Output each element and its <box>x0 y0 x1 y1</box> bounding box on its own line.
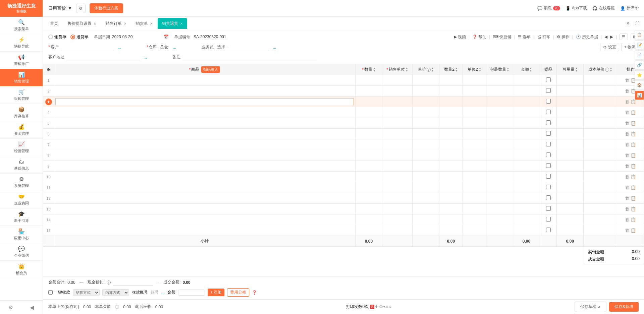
cost-price-info-icon[interactable]: i <box>605 68 609 72</box>
row-delete-icon-11[interactable]: 🗑 <box>625 185 629 190</box>
row-delete-icon-6[interactable]: 🗑 <box>625 131 629 136</box>
sidebar-item-enterprise[interactable]: 🤝企业协同 <box>0 191 43 208</box>
save-draft-btn[interactable]: 保存草稿 ∧ <box>575 302 606 312</box>
unit-price-info-icon[interactable]: i <box>427 68 431 72</box>
gift-checkbox-15[interactable] <box>546 228 551 232</box>
warehouse-dots-btn[interactable]: ... <box>173 45 176 50</box>
sidebar-collapse-btn[interactable]: ◀ <box>21 301 43 314</box>
gift-checkbox-4[interactable] <box>546 110 551 114</box>
available-sort-icon[interactable]: ▲▼ <box>575 67 578 72</box>
gift-checkbox-2[interactable] <box>546 88 551 93</box>
row-copy-icon-4[interactable]: 📋 <box>631 110 636 115</box>
gift-checkbox-3[interactable] <box>546 99 551 104</box>
tab-sale-return[interactable]: 销货退货✕ <box>158 18 187 29</box>
add-payment-btn[interactable]: + 添加 <box>208 289 224 296</box>
row-delete-icon-3[interactable]: 🗑 <box>625 99 629 104</box>
customer-dots-btn[interactable]: ... <box>118 45 121 50</box>
row-copy-icon-15[interactable]: 📋 <box>631 228 636 233</box>
row-copy-icon-3[interactable]: 📋 <box>631 99 636 104</box>
settings-gear-btn[interactable]: ⚙ <box>76 4 86 13</box>
gift-checkbox-5[interactable] <box>546 120 551 125</box>
one-key-collect-checkbox[interactable]: 一键收款 <box>48 290 70 295</box>
gift-checkbox-7[interactable] <box>546 142 551 146</box>
row-delete-icon-5[interactable]: 🗑 <box>625 121 629 126</box>
radio-return[interactable]: 退货单 <box>70 34 89 40</box>
row-delete-icon-10[interactable]: 🗑 <box>625 174 629 179</box>
sidebar-item-search[interactable]: 🔍搜索菜单 <box>0 17 43 34</box>
address-dots-btn[interactable]: ... <box>144 55 147 60</box>
summary-method-select[interactable]: 结算方式 <box>102 289 129 296</box>
tab-close-btn[interactable]: ✕ <box>624 19 632 27</box>
message-btn[interactable]: 💬 消息 70 <box>537 5 560 11</box>
row-copy-icon-9[interactable]: 📋 <box>631 164 636 169</box>
row-copy-icon-14[interactable]: 📋 <box>631 217 636 222</box>
qty-sort-icon[interactable]: ▲▼ <box>373 67 376 72</box>
rp-icon-1[interactable]: 📋 <box>635 30 644 40</box>
select-order-btn[interactable]: ☰ 选单 <box>518 34 531 40</box>
cost-sort-icon[interactable]: ▲▼ <box>610 67 612 72</box>
payment-amount-input[interactable] <box>178 290 205 296</box>
context-selector[interactable]: 日用百货 ▼ <box>48 5 72 11</box>
print-btn[interactable]: 🖨 打印 <box>537 34 550 40</box>
nav-prev-btn[interactable]: ◀ <box>604 35 607 39</box>
gift-checkbox-11[interactable] <box>546 185 551 189</box>
cash-discount-info-icon[interactable]: i <box>107 280 111 285</box>
sidebar-item-purchase[interactable]: 🛒采购管理 <box>0 86 43 104</box>
rp-icon-4[interactable]: 🔗 <box>635 60 644 70</box>
sale-unit-sort-icon[interactable]: ▲▼ <box>406 67 408 72</box>
video-help-btn[interactable]: ▶ 视频 <box>454 34 466 40</box>
sidebar-item-newbie[interactable]: 🎓新手引导 <box>0 208 43 226</box>
gift-checkbox-14[interactable] <box>546 217 551 222</box>
row-delete-icon-12[interactable]: 🗑 <box>625 196 629 201</box>
operate-btn[interactable]: ⚙ 操作 <box>557 34 570 40</box>
tab-close-sale-return[interactable]: ✕ <box>180 22 183 25</box>
calc-method-select[interactable]: 结算方式 <box>73 289 100 296</box>
tab-home[interactable]: 首页 <box>46 18 62 29</box>
tab-close-sale-out[interactable]: ✕ <box>150 22 153 25</box>
tab-sale-order[interactable]: 销售订单✕ <box>101 18 131 29</box>
user-profile-btn[interactable]: 👤 徐泽华 <box>620 5 639 11</box>
row-copy-icon-6[interactable]: 📋 <box>631 131 636 136</box>
sidebar-item-sales[interactable]: 📊销售管理 <box>0 69 43 86</box>
add-row-btn[interactable]: + <box>45 99 52 105</box>
help-btn[interactable]: ❓ 帮助 <box>472 34 486 40</box>
calendar-icon[interactable]: 📅 <box>164 35 169 39</box>
nav-next-btn[interactable]: ▶ <box>610 35 613 39</box>
sidebar-item-inventory[interactable]: 📦库存核算 <box>0 104 43 121</box>
row-delete-icon-13[interactable]: 🗑 <box>625 206 629 211</box>
sidebar-item-basic[interactable]: 🗂基础信息 <box>0 156 43 174</box>
row-delete-icon-8[interactable]: 🗑 <box>625 153 629 158</box>
tab-close-sale-order[interactable]: ✕ <box>124 22 126 25</box>
row-copy-icon-5[interactable]: 📋 <box>631 121 636 126</box>
tab-sale-out[interactable]: 销货单✕ <box>131 18 157 29</box>
tab-close-sale-price[interactable]: ✕ <box>94 22 96 25</box>
row-delete-icon-4[interactable]: 🗑 <box>625 110 629 115</box>
tab-maximize-btn[interactable]: ⛶ <box>633 19 641 27</box>
online-service-btn[interactable]: 🎧 在线客服 <box>592 5 615 11</box>
scan-input-btn[interactable]: 扫码录入 <box>201 66 220 73</box>
settings-btn[interactable]: ⚙ 设置 <box>600 43 619 51</box>
row-delete-icon-14[interactable]: 🗑 <box>625 217 629 222</box>
debt-info-icon[interactable]: i <box>115 305 119 309</box>
staff-dots-btn[interactable]: ... <box>273 45 276 50</box>
tab-sale-price[interactable]: 售价提取设置✕ <box>63 18 101 29</box>
sidebar-item-operation[interactable]: 📈经营管理 <box>0 139 43 156</box>
gift-checkbox-10[interactable] <box>546 174 551 179</box>
row-delete-icon-9[interactable]: 🗑 <box>625 164 629 169</box>
sidebar-item-wechat[interactable]: 💬企业微信 <box>0 243 43 261</box>
sidebar-item-marketing[interactable]: 📢营销推广 <box>0 52 43 69</box>
row-copy-icon-11[interactable]: 📋 <box>631 185 636 190</box>
gear-icon[interactable]: ⚙ <box>47 67 50 72</box>
gift-checkbox-13[interactable] <box>546 206 551 211</box>
date-picker[interactable]: 📅 <box>112 35 169 39</box>
rp-icon-5[interactable]: ⭐ <box>635 70 644 80</box>
row-copy-icon-7[interactable]: 📋 <box>631 142 636 147</box>
gift-checkbox-12[interactable] <box>546 195 551 200</box>
shortcut-btn[interactable]: ⌨ 快捷键 <box>493 34 512 40</box>
goods-input-3[interactable] <box>55 98 354 105</box>
row-delete-icon-15[interactable]: 🗑 <box>625 228 629 233</box>
row-delete-icon-7[interactable]: 🗑 <box>625 142 629 147</box>
pack-sort-icon[interactable]: ▲▼ <box>507 67 509 72</box>
trial-btn[interactable]: 体验行业方案 <box>90 3 123 13</box>
row-copy-icon-13[interactable]: 📋 <box>631 206 636 211</box>
